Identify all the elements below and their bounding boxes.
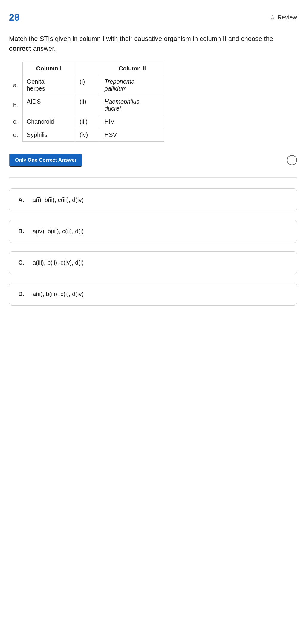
option-c-text: a(iii), b(ii), c(iv), d(i) — [33, 259, 84, 266]
option-c[interactable]: C. a(iii), b(ii), c(iv), d(i) — [9, 251, 297, 274]
info-icon[interactable]: i — [287, 155, 297, 165]
question-text-after: answer. — [31, 45, 56, 52]
row-label-a: a. — [9, 75, 22, 95]
table-row: d. Syphilis (iv) HSV — [9, 128, 164, 142]
col1-a: Genitalherpes — [22, 75, 75, 95]
option-c-label: C. — [18, 259, 27, 266]
col2-c: HIV — [100, 115, 164, 128]
table-row: a. Genitalherpes (i) Treponemapallidum — [9, 75, 164, 95]
table-row: b. AIDS (ii) Haemophilusducrei — [9, 95, 164, 115]
divider — [9, 177, 297, 178]
table-empty-header — [9, 62, 22, 75]
info-symbol: i — [291, 157, 293, 163]
col1-d: Syphilis — [22, 128, 75, 142]
badge-row: Only One Correct Answer i — [9, 154, 297, 167]
question-text: Match the STIs given in column I with th… — [9, 34, 297, 53]
option-d-label: D. — [18, 291, 27, 298]
option-d-text: a(ii), b(iii), c(i), d(iv) — [33, 291, 84, 298]
roman-d: (iv) — [75, 128, 100, 142]
review-label: Review — [277, 14, 297, 21]
matching-table: Column I Column II a. Genitalherpes (i) … — [9, 62, 164, 142]
col1-c: Chancroid — [22, 115, 75, 128]
page-header: 28 ☆ Review — [9, 12, 297, 23]
row-label-c: c. — [9, 115, 22, 128]
option-a-label: A. — [18, 197, 27, 203]
col2-a: Treponemapallidum — [100, 75, 164, 95]
column1-header: Column I — [22, 62, 75, 75]
review-button[interactable]: ☆ Review — [270, 14, 297, 22]
roman-a: (i) — [75, 75, 100, 95]
option-b[interactable]: B. a(iv), b(iii), c(ii), d(i) — [9, 220, 297, 243]
roman-b: (ii) — [75, 95, 100, 115]
table-row: c. Chancroid (iii) HIV — [9, 115, 164, 128]
table-roman-header — [75, 62, 100, 75]
option-b-text: a(iv), b(iii), c(ii), d(i) — [33, 228, 84, 235]
options-container: A. a(i), b(ii), c(iii), d(iv) B. a(iv), … — [9, 188, 297, 306]
col2-b: Haemophilusducrei — [100, 95, 164, 115]
question-number: 28 — [9, 12, 20, 23]
row-label-b: b. — [9, 95, 22, 115]
row-label-d: d. — [9, 128, 22, 142]
star-icon: ☆ — [270, 14, 276, 22]
option-b-label: B. — [18, 228, 27, 235]
question-bold: correct — [9, 45, 31, 52]
option-a-text: a(i), b(ii), c(iii), d(iv) — [33, 197, 84, 203]
only-one-correct-badge[interactable]: Only One Correct Answer — [9, 154, 82, 167]
roman-c: (iii) — [75, 115, 100, 128]
col1-b: AIDS — [22, 95, 75, 115]
col2-d: HSV — [100, 128, 164, 142]
column2-header: Column II — [100, 62, 164, 75]
option-a[interactable]: A. a(i), b(ii), c(iii), d(iv) — [9, 188, 297, 211]
option-d[interactable]: D. a(ii), b(iii), c(i), d(iv) — [9, 283, 297, 306]
question-text-before: Match the STIs given in column I with th… — [9, 35, 273, 42]
